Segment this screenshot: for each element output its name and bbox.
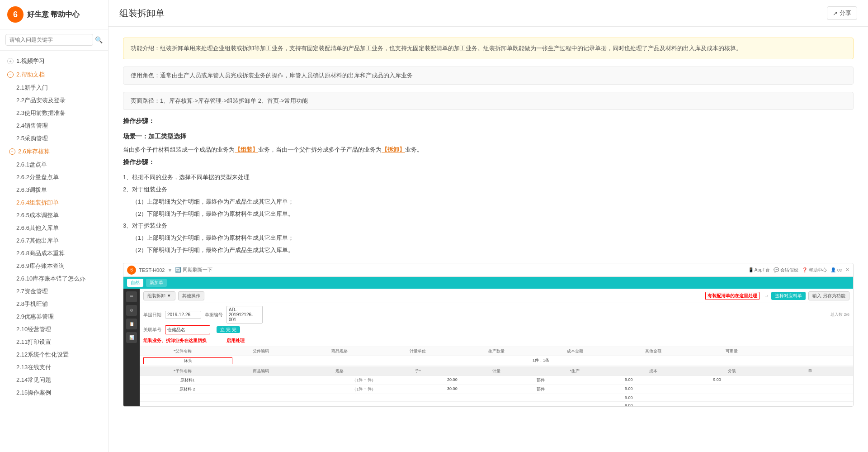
ss-parent-cell-spec [321, 357, 409, 364]
ss-child-cell-3-6: 9.00 [585, 395, 673, 400]
sidebar-item-online-pay[interactable]: 2.13在线支付 [0, 361, 108, 374]
ss-id: TEST-H002 [139, 267, 165, 273]
sidebar-item-sales[interactable]: 2.4销售管理 [0, 119, 108, 132]
ss-child-cell-1-2 [231, 377, 320, 383]
search-button[interactable]: 🔍 [95, 36, 103, 43]
ss-btn-type[interactable]: 组装拆卸 ▼ [143, 291, 175, 300]
sidebar-item-assembly[interactable]: 2.6.4组装拆卸单 [0, 196, 108, 209]
step-1: 1、根据不同的业务，选择不同单据的类型来处理 [123, 172, 854, 183]
sidebar-item-label: 2.6库存核算 [18, 147, 50, 156]
content-area: 功能介绍：组装拆卸单用来处理企业组装或拆卸等加工业务，支持有固定装配清单的产品加… [108, 27, 868, 452]
ss-child-col-6: *生产 [536, 368, 614, 374]
ss-tab-list[interactable]: 自然 [127, 279, 143, 287]
ss-orange-bar: 自然 新加单 [123, 277, 853, 289]
ss-child-cell-4-6: 9.00 [585, 403, 673, 406]
ss-child-cell-1-5: 部件 [496, 377, 585, 383]
ss-btn-preview[interactable]: 输入 另存为功能 [808, 291, 849, 300]
sidebar-item-label: 2.帮助文档 [16, 71, 45, 79]
ss-child-cell-3-7 [673, 395, 761, 400]
expand-icon: + [7, 58, 14, 64]
ss-child-col-3: 规格 [300, 368, 379, 374]
sidebar-header: 6 好生意 帮助中心 [0, 0, 108, 29]
sidebar-item-transfer[interactable]: 2.6.3调拨单 [0, 184, 108, 196]
step-2-1: （1）上部明细为父件明细，最终作为产成品生成其它入库单； [132, 196, 854, 208]
ss-btn-select-template[interactable]: 选择对应料单 [771, 292, 806, 300]
ss-parent-cell-code [232, 357, 321, 364]
ss-date-input[interactable]: 2019-12-26 [165, 311, 201, 319]
steps-title: 操作步骤： [123, 158, 854, 167]
ss-btn-more[interactable]: 其他操作 [178, 291, 204, 300]
topbar: 组装拆卸单 ↗ 分享 [108, 0, 868, 27]
sidebar-item-inventory[interactable]: − 2.6库存核算 [0, 145, 108, 158]
ss-toolbar: 组装拆卸 ▼ 其他操作 有装配清单的在这里处理 → 选择对应料单 输入 另存为功… [140, 289, 853, 303]
role-text: 使用角色：通常由生产人员或库管人员完成拆装业务的操作，库管人员确认原材料的出库和… [131, 72, 413, 79]
ss-annotation-1: 有装配清单的在这里处理 [705, 292, 760, 300]
ss-confirm-btn-label[interactable]: 立 完 完 [217, 326, 240, 333]
ss-main-content: 组装拆卸 ▼ 其他操作 有装配清单的在这里处理 → 选择对应料单 输入 另存为功… [140, 289, 853, 406]
ss-col-spec: 商品规格 [300, 348, 379, 354]
sidebar-item-stock-error[interactable]: 2.6.10库存账本错了怎么办 [0, 272, 108, 285]
ss-close[interactable]: ✕ [845, 267, 849, 273]
ss-child-row-3: 9.00 [140, 394, 853, 402]
ss-child-cell-1-8 [761, 377, 849, 383]
intro-box: 功能介绍：组装拆卸单用来处理企业组装或拆卸等加工业务，支持有固定装配清单的产品加… [123, 38, 854, 59]
sidebar-item-stocktake[interactable]: 2.6.1盘点单 [0, 158, 108, 171]
ss-child-cell-2-4: 30.00 [408, 386, 496, 392]
sidebar-item-other-in[interactable]: 2.6.6其他入库单 [0, 222, 108, 234]
sidebar-item-print[interactable]: 2.11打印设置 [0, 336, 108, 348]
sidebar-item-faq[interactable]: 2.14常见问题 [0, 374, 108, 386]
search-box: 🔍 [0, 29, 108, 51]
ss-child-table: *子件名称 商品编码 规格 子* 计量 *生产 成本 分装 ⊞ [140, 367, 853, 406]
ss-code-input[interactable]: AD-201912126-001 [226, 306, 263, 324]
ss-confirm-btn[interactable]: 立 完 完 [217, 327, 240, 333]
logo-icon: 6 [7, 6, 24, 23]
operation-title: 操作步骤： [123, 117, 854, 125]
ss-child-col-1: *子件名称 [143, 368, 222, 374]
ss-col-op [771, 348, 850, 354]
ss-parent-table: *父件名称 父件编码 商品规格 计量单位 生产数量 成本金额 其他金额 可用量 [140, 347, 853, 366]
sidebar-item-mobile[interactable]: 2.8手机旺辅 [0, 298, 108, 310]
sidebar-item-personalize[interactable]: 2.12系统个性化设置 [0, 348, 108, 361]
ss-parent-cell-unit [409, 357, 497, 364]
ss-col-parent-name: *父件名称 [143, 348, 222, 354]
sidebar-item-help-docs[interactable]: − 2.帮助文档 [0, 68, 108, 81]
sidebar-nav: + 1.视频学习 − 2.帮助文档 2.1新手入门 2.2产品安装及登录 2.3… [0, 51, 108, 452]
ss-parent-cell-qty: 1件，1条 [497, 357, 585, 364]
ss-child-cell-4-2 [231, 403, 320, 406]
sidebar-item-beginner[interactable]: 2.1新手入门 [0, 81, 108, 94]
ss-child-cell-4-5 [496, 403, 585, 406]
sidebar-item-cost-recalc[interactable]: 2.6.8商品成本重算 [0, 247, 108, 260]
sidebar-item-purchase[interactable]: 2.5采购管理 [0, 132, 108, 145]
ss-col-unit: 计量单位 [379, 348, 458, 354]
sidebar-item-stock-split[interactable]: 2.6.2分量盘点单 [0, 171, 108, 184]
ss-code-label: 单据编号 [205, 312, 223, 318]
sidebar-item-data-prep[interactable]: 2.3使用前数据准备 [0, 107, 108, 119]
ss-child-col-2: 商品编码 [222, 368, 301, 374]
sidebar-item-finance[interactable]: 2.7资金管理 [0, 285, 108, 298]
ss-child-cell-3-3 [320, 395, 408, 400]
sidebar-item-stock-ledger[interactable]: 2.6.9库存账本查询 [0, 260, 108, 272]
sidebar-item-cost-adj[interactable]: 2.6.5成本调整单 [0, 209, 108, 222]
share-button[interactable]: ↗ 分享 [827, 6, 857, 20]
ss-child-cell-3-1 [143, 395, 231, 400]
ss-child-cell-1-3: （1件 + 件） [320, 377, 408, 383]
ss-child-cell-4-4 [408, 403, 496, 406]
sidebar-item-video-learning[interactable]: + 1.视频学习 [0, 54, 108, 68]
sidebar-item-cases[interactable]: 2.15操作案例 [0, 386, 108, 399]
sidebar-item-other-out[interactable]: 2.6.7其他出库单 [0, 234, 108, 247]
ss-child-col-4: 子* [379, 368, 458, 374]
ss-icons: 📱 AppT台 💬 会话假设 ❓ 帮助中心 👤 cc [748, 267, 842, 273]
search-input[interactable] [5, 34, 93, 46]
ss-tab-new[interactable]: 新加单 [146, 279, 167, 287]
sidebar-item-ops-mgmt[interactable]: 2.10经营管理 [0, 323, 108, 336]
ss-sidebar-icon-4: 📊 [126, 332, 137, 343]
ss-child-col-op: ⊞ [771, 368, 850, 374]
sidebar: 6 好生意 帮助中心 🔍 + 1.视频学习 − 2.帮助文档 2.1新手入门 2… [0, 0, 108, 452]
ss-topbar: 6 TEST-H002 ▼ 🔄 同期刷新一下 📱 AppT台 💬 会话假设 ❓ … [123, 263, 853, 277]
sidebar-item-install[interactable]: 2.2产品安装及登录 [0, 94, 108, 107]
ss-warehouse-input[interactable]: 仓储品名 [165, 325, 210, 334]
sidebar-item-coupon[interactable]: 2.9优惠券管理 [0, 310, 108, 323]
ss-form-area: 单据日期 2019-12-26 单据编号 AD-201912126-001 总入… [140, 303, 853, 347]
ss-child-cell-2-6: 9.00 [585, 386, 673, 392]
intro-text: 功能介绍：组装拆卸单用来处理企业组装或拆卸等加工业务，支持有固定装配清单的产品加… [131, 45, 742, 52]
